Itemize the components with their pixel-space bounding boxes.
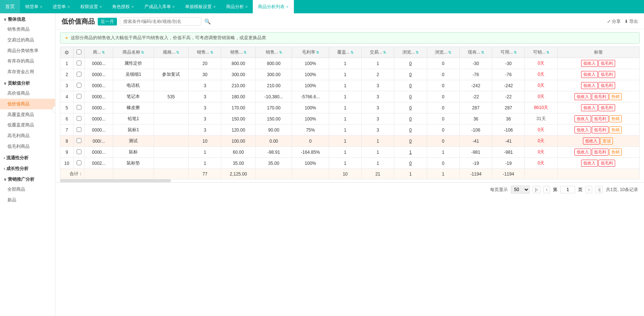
row-browse1[interactable]: 0 xyxy=(394,58,427,69)
nav-roles[interactable]: 角色授权 × xyxy=(107,0,139,13)
nav-close-products[interactable]: × xyxy=(172,4,175,9)
sidebar-section-contribution[interactable]: ∨ 贡献值分析 xyxy=(0,77,55,88)
nav-templates[interactable]: 单据模板设置 × xyxy=(180,0,221,13)
settings-icon[interactable]: ⚙ xyxy=(64,50,69,55)
row-browse1[interactable]: 0 xyxy=(394,102,427,113)
row-checkbox[interactable] xyxy=(77,116,81,121)
date-filter-btn[interactable]: 近一月 xyxy=(98,18,117,26)
th-settings[interactable]: ⚙ xyxy=(60,47,74,58)
sidebar-item-category-rate[interactable]: 商品分类销售率 xyxy=(0,45,55,56)
nav-close-roles[interactable]: × xyxy=(131,4,134,9)
sidebar-item-low-margin[interactable]: 低毛利商品 xyxy=(0,141,55,152)
sidebar-item-low-cover[interactable]: 低覆盖度商品 xyxy=(0,120,55,130)
prev-page-btn[interactable]: ‹ xyxy=(543,186,550,193)
row-check[interactable] xyxy=(74,158,85,169)
nav-sales[interactable]: 销货单 × xyxy=(20,0,47,13)
browse1-value[interactable]: 0 xyxy=(409,105,412,111)
row-checkbox[interactable] xyxy=(77,149,81,154)
sidebar-item-high-cover[interactable]: 高覆盖度商品 xyxy=(0,109,55,120)
th-amount[interactable]: 销售...⇅ xyxy=(221,47,255,58)
row-check[interactable] xyxy=(74,125,85,136)
row-checkbox[interactable] xyxy=(77,105,81,110)
browse1-value[interactable]: 0 xyxy=(409,116,412,122)
row-check[interactable] xyxy=(74,136,85,147)
sidebar-item-new-goods[interactable]: 新品 xyxy=(0,195,55,205)
row-checkbox[interactable] xyxy=(77,138,81,143)
row-browse1[interactable]: 0 xyxy=(394,69,427,80)
th-spec[interactable]: 规格...⇅ xyxy=(154,47,188,58)
th-browse1[interactable]: 浏览...⇅ xyxy=(394,47,427,58)
browse1-value[interactable]: 0 xyxy=(409,139,412,144)
sidebar-section-liquidity[interactable]: › 流通性分析 xyxy=(0,152,55,163)
row-browse1[interactable]: 0 xyxy=(394,158,427,169)
th-sale3[interactable]: 销售...⇅ xyxy=(255,47,292,58)
search-input[interactable] xyxy=(120,17,201,26)
nav-goods-analysis[interactable]: 商品分析 × xyxy=(221,0,253,13)
sidebar-item-stock-goods[interactable]: 有库存的商品 xyxy=(0,56,55,67)
nav-close-goods-analysis[interactable]: × xyxy=(245,4,248,9)
nav-permissions[interactable]: 权限设置 × xyxy=(75,0,107,13)
row-check[interactable] xyxy=(74,91,85,102)
nav-close-goods-list[interactable]: × xyxy=(286,4,288,9)
row-check[interactable] xyxy=(74,113,85,125)
row-checkbox[interactable] xyxy=(77,83,81,88)
browse1-value[interactable]: 0 xyxy=(409,83,412,88)
row-checkbox[interactable] xyxy=(77,61,81,65)
row-checkbox[interactable] xyxy=(77,160,81,165)
th-browse2[interactable]: 浏览...⇅ xyxy=(427,47,459,58)
th-gross[interactable]: 毛利率⇅ xyxy=(292,47,329,58)
row-browse1[interactable]: 1 xyxy=(394,147,427,158)
browse1-value[interactable]: 0 xyxy=(409,72,412,77)
nav-close-sales[interactable]: × xyxy=(40,4,42,9)
browse1-value[interactable]: 0 xyxy=(409,128,412,133)
export-btn[interactable]: ⬇ 导出 xyxy=(624,18,638,25)
row-check[interactable] xyxy=(74,80,85,91)
row-browse1[interactable]: 0 xyxy=(394,136,427,147)
sidebar-item-low-value[interactable]: 低价值商品 xyxy=(0,99,55,109)
sidebar-item-all-goods[interactable]: 全部商品 xyxy=(0,184,55,195)
th-name[interactable]: 商品名称⇅ xyxy=(113,47,154,58)
row-browse1[interactable]: 0 xyxy=(394,125,427,136)
nav-goods-list[interactable]: 商品分析列表 × xyxy=(253,0,294,13)
row-check[interactable] xyxy=(74,102,85,113)
sidebar-item-high-value[interactable]: 高价值商品 xyxy=(0,88,55,99)
nav-close-templates[interactable]: × xyxy=(213,4,215,9)
th-sellable[interactable]: 可销...⇅ xyxy=(525,47,557,58)
row-browse1[interactable]: 0 xyxy=(394,80,427,91)
th-check[interactable] xyxy=(74,47,85,58)
th-trade[interactable]: 交易...⇅ xyxy=(362,47,394,58)
browse1-value[interactable]: 0 xyxy=(409,161,412,166)
sidebar-item-traded-goods[interactable]: 交易过的商品 xyxy=(0,35,55,45)
row-browse1[interactable]: 0 xyxy=(394,91,427,102)
browse1-value[interactable]: 0 xyxy=(409,61,412,66)
row-browse1[interactable]: 0 xyxy=(394,113,427,125)
row-checkbox[interactable] xyxy=(77,72,81,77)
page-number-input[interactable] xyxy=(560,186,575,193)
row-check[interactable] xyxy=(74,147,85,158)
sidebar-section-growth[interactable]: › 成长性分析 xyxy=(0,163,55,173)
sidebar-section-overview[interactable]: ∨ 整体信息 xyxy=(0,13,55,24)
row-check[interactable] xyxy=(74,58,85,69)
browse1-value[interactable]: 0 xyxy=(409,94,412,99)
browse1-value[interactable]: 1 xyxy=(409,150,412,155)
row-check[interactable] xyxy=(74,69,85,80)
sidebar-item-stock-capital[interactable]: 库存资金占用 xyxy=(0,67,55,77)
first-page-btn[interactable]: |‹ xyxy=(533,186,540,193)
search-icon[interactable]: 🔍 xyxy=(204,18,211,24)
select-all-checkbox[interactable] xyxy=(77,50,81,54)
nav-close-purchase[interactable]: × xyxy=(67,4,70,9)
last-page-btn[interactable]: ›| xyxy=(595,186,603,193)
th-code[interactable]: 商...⇅ xyxy=(85,47,113,58)
next-page-btn[interactable]: › xyxy=(586,186,592,193)
row-checkbox[interactable] xyxy=(77,94,81,99)
sidebar-item-high-margin[interactable]: 高毛利商品 xyxy=(0,130,55,141)
nav-home[interactable]: 首页 xyxy=(0,0,20,13)
share-btn[interactable]: ⤢ 分享 xyxy=(607,18,621,25)
nav-products[interactable]: 产成品入库单 × xyxy=(139,0,180,13)
th-avail[interactable]: 可用...⇅ xyxy=(492,47,525,58)
page-size-select[interactable]: 50 100 200 xyxy=(511,186,530,194)
th-cover[interactable]: 覆盖...⇅ xyxy=(329,47,362,58)
sidebar-item-sales-goods[interactable]: 销售类商品 xyxy=(0,24,55,35)
nav-purchase[interactable]: 进货单 × xyxy=(47,0,75,13)
th-qty[interactable]: 销售...⇅ xyxy=(189,47,221,58)
